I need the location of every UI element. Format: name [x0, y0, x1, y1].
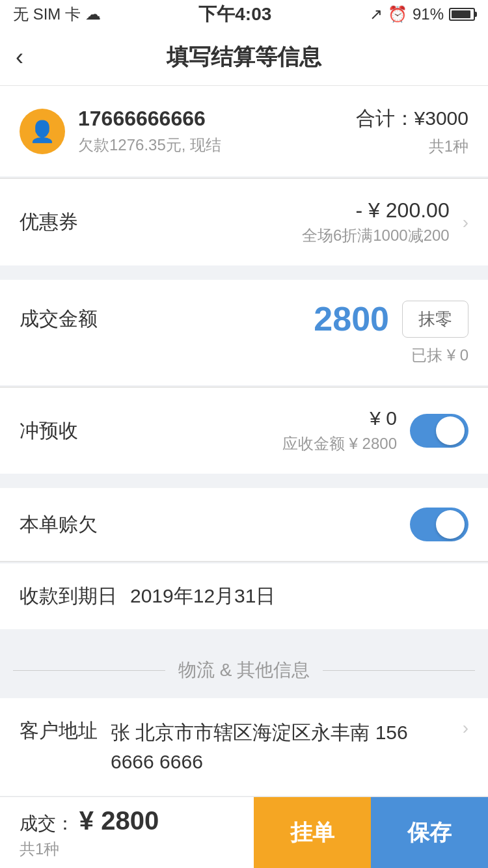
customer-info: 17666666666 欠款1276.35元, 现结 [78, 107, 221, 156]
deal-amount-value: 2800 [314, 299, 389, 338]
debit-toggle[interactable] [410, 508, 468, 541]
battery-percent: 91% [413, 5, 444, 23]
section-gap-1 [0, 267, 488, 280]
address-chevron-icon: › [463, 718, 468, 739]
back-icon: ‹ [16, 44, 23, 71]
battery-tip [475, 12, 477, 17]
logistics-header: 物流 & 其他信息 [0, 642, 488, 698]
duedate-value: 2019年12月31日 [130, 583, 275, 610]
customer-right: 合计：¥3000 共1种 [356, 105, 468, 157]
debit-row: 本单赊欠 [0, 488, 488, 561]
address-row[interactable]: 客户地址 张 北京市市辖区海淀区永丰南 156 6666 6666 › [0, 698, 488, 796]
section-gap-2 [0, 475, 488, 488]
deal-subtext: 已抹 ¥ 0 [20, 345, 468, 366]
bottom-summary: 成交： ¥ 2800 共1种 [0, 806, 254, 860]
avatar: 👤 [20, 109, 65, 154]
page-title: 填写结算等信息 [167, 42, 321, 72]
status-left: 无 SIM 卡 ☁ [13, 4, 101, 25]
customer-subtext: 欠款1276.35元, 现结 [78, 135, 221, 156]
customer-phone: 17666666666 [78, 107, 221, 131]
status-right: ↗ ⏰ 91% [370, 5, 475, 23]
address-value: 张 北京市市辖区海淀区永丰南 156 6666 6666 [111, 718, 456, 776]
amount-label: 成交金额 [20, 306, 98, 332]
total-count: 共1种 [356, 136, 468, 157]
battery-fill [452, 10, 470, 18]
logistics-section: 物流 & 其他信息 [0, 642, 488, 698]
coupon-row[interactable]: 优惠券 - ¥ 200.00 全场6折满1000减200 › [0, 179, 488, 265]
bottom-deal-row: 成交： ¥ 2800 [20, 806, 234, 836]
duedate-row: 收款到期日 2019年12月31日 [0, 563, 488, 629]
debit-toggle-thumb [436, 510, 465, 539]
prepay-right: ¥ 0 应收金额 ¥ 2800 [282, 407, 468, 454]
content: 👤 17666666666 欠款1276.35元, 现结 合计：¥3000 共1… [0, 86, 488, 868]
avatar-icon: 👤 [29, 119, 55, 144]
hang-button[interactable]: 挂单 [254, 797, 371, 869]
prepay-amount: ¥ 0 [282, 407, 397, 429]
bottom-deal-label: 成交： [20, 813, 74, 834]
address-label: 客户地址 [20, 718, 98, 744]
status-time: 下午4:03 [198, 2, 271, 27]
customer-left: 👤 17666666666 欠款1276.35元, 现结 [20, 107, 221, 156]
alarm-icon: ⏰ [388, 5, 407, 23]
back-button[interactable]: ‹ [16, 44, 23, 71]
coupon-desc: 全场6折满1000减200 [302, 225, 450, 246]
logistics-line-left [13, 670, 165, 671]
nav-bar: ‹ 填写结算等信息 [0, 29, 488, 86]
amount-row: 成交金额 2800 抹零 [20, 299, 468, 338]
round-button[interactable]: 抹零 [402, 301, 468, 338]
location-icon: ↗ [370, 5, 383, 23]
bottom-count: 共1种 [20, 839, 234, 860]
logistics-title: 物流 & 其他信息 [178, 658, 310, 683]
save-button[interactable]: 保存 [371, 797, 488, 869]
prepay-amount-wrap: ¥ 0 应收金额 ¥ 2800 [282, 407, 397, 454]
prepay-label: 冲预收 [20, 418, 78, 444]
prepay-toggle[interactable] [410, 414, 468, 448]
amount-right: 2800 抹零 [314, 299, 468, 338]
bottom-amount: ¥ 2800 [79, 806, 159, 835]
divider-3 [0, 561, 488, 562]
no-sim-label: 无 SIM 卡 ☁ [13, 4, 101, 25]
total-amount: 合计：¥3000 [356, 105, 468, 132]
prepay-subtext: 应收金额 ¥ 2800 [282, 433, 397, 454]
debit-label: 本单赊欠 [20, 511, 98, 538]
address-chevron: › [456, 718, 468, 739]
coupon-right-wrap: - ¥ 200.00 全场6折满1000减200 [302, 198, 450, 246]
coupon-label: 优惠券 [20, 209, 78, 236]
duedate-label: 收款到期日 [20, 583, 117, 610]
chevron-right-icon: › [463, 212, 468, 233]
customer-card: 👤 17666666666 欠款1276.35元, 现结 合计：¥3000 共1… [0, 86, 488, 176]
logistics-line-right [323, 670, 475, 671]
coupon-right: - ¥ 200.00 全场6折满1000减200 › [302, 198, 468, 246]
bottom-bar: 成交： ¥ 2800 共1种 挂单 保存 [0, 796, 488, 868]
battery-icon [449, 8, 475, 21]
amount-section: 成交金额 2800 抹零 已抹 ¥ 0 [0, 280, 488, 385]
coupon-amount: - ¥ 200.00 [302, 198, 450, 223]
prepay-row: 冲预收 ¥ 0 应收金额 ¥ 2800 [0, 388, 488, 474]
toggle-thumb [436, 416, 465, 445]
status-bar: 无 SIM 卡 ☁ 下午4:03 ↗ ⏰ 91% [0, 0, 488, 29]
